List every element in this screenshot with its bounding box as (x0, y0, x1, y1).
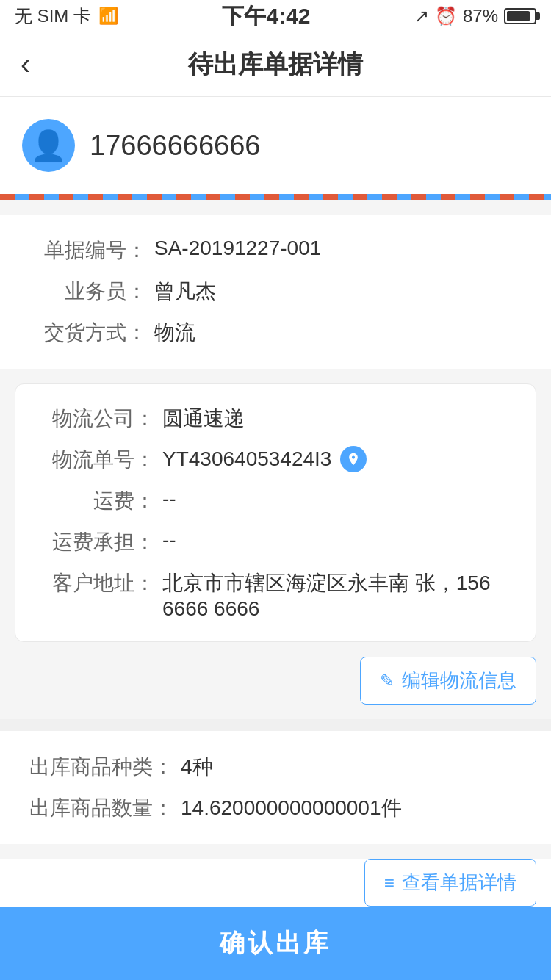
logistics-card: 物流公司： 圆通速递 物流单号： YT43064053424I3 运费： -- … (15, 383, 536, 642)
page-title: 待出库单据详情 (188, 48, 363, 82)
status-bar: 无 SIM 卡 📶 下午4:42 ↗ ⏰ 87% (0, 0, 551, 32)
product-type-value: 4种 (181, 753, 522, 781)
product-quantity-row: 出库商品数量： 14.620000000000001件 (29, 794, 522, 822)
logistics-freight-value: -- (162, 487, 514, 511)
battery-fill (507, 11, 530, 21)
battery-icon (504, 8, 536, 24)
summary-section: 出库商品种类： 4种 出库商品数量： 14.620000000000001件 (0, 731, 551, 844)
product-quantity-value: 14.620000000000001件 (181, 794, 522, 822)
location-button[interactable] (340, 446, 367, 472)
order-number-value: SA-20191227-001 (154, 237, 522, 260)
logistics-freightbear-label: 运费承担： (37, 528, 155, 556)
dashed-divider (0, 194, 551, 200)
staff-value: 曾凡杰 (154, 278, 522, 306)
logistics-address-label: 客户地址： (37, 569, 155, 597)
staff-row: 业务员： 曾凡杰 (29, 278, 522, 306)
map-pin-icon (346, 452, 361, 466)
edit-logistics-button[interactable]: ✎ 编辑物流信息 (360, 657, 536, 705)
detail-button-label: 查看单据详情 (402, 870, 516, 896)
delivery-row: 交货方式： 物流 (29, 319, 522, 347)
logistics-freight-label: 运费： (37, 487, 155, 515)
user-icon: 👤 (30, 129, 67, 163)
status-time: 下午4:42 (222, 1, 310, 32)
back-button[interactable]: ‹ (21, 48, 30, 81)
user-phone: 17666666666 (90, 130, 260, 162)
logistics-tracking-label: 物流单号： (37, 446, 155, 474)
logistics-company-label: 物流公司： (37, 405, 155, 433)
logistics-company-row: 物流公司： 圆通速递 (37, 405, 514, 433)
content: 👤 17666666666 单据编号： SA-20191227-001 业务员：… (0, 97, 551, 980)
order-info-section: 单据编号： SA-20191227-001 业务员： 曾凡杰 交货方式： 物流 (0, 215, 551, 369)
user-card: 👤 17666666666 (0, 97, 551, 194)
status-left: 无 SIM 卡 📶 (15, 4, 118, 28)
carrier-text: 无 SIM 卡 (15, 4, 91, 28)
gps-icon: ↗ (414, 6, 429, 26)
logistics-tracking-row: 物流单号： YT43064053424I3 (37, 446, 514, 474)
nav-bar: ‹ 待出库单据详情 (0, 32, 551, 97)
order-number-row: 单据编号： SA-20191227-001 (29, 237, 522, 264)
battery-percent: 87% (463, 6, 498, 26)
detail-icon: ≡ (384, 873, 395, 893)
edit-button-label: 编辑物流信息 (402, 668, 516, 693)
alarm-icon: ⏰ (435, 6, 457, 26)
staff-label: 业务员： (29, 278, 147, 306)
logistics-address-row: 客户地址： 北京市市辖区海淀区永丰南 张，156 6666 6666 (37, 569, 514, 621)
view-detail-button[interactable]: ≡ 查看单据详情 (364, 859, 536, 907)
confirm-bar[interactable]: 确认出库 (0, 907, 551, 980)
logistics-freight-row: 运费： -- (37, 487, 514, 515)
product-type-label: 出库商品种类： (29, 753, 173, 781)
edit-btn-row: ✎ 编辑物流信息 (0, 657, 551, 719)
avatar: 👤 (22, 119, 75, 172)
delivery-label: 交货方式： (29, 319, 147, 347)
edit-icon: ✎ (380, 671, 395, 691)
logistics-freightbear-value: -- (162, 528, 514, 552)
delivery-value: 物流 (154, 319, 522, 347)
logistics-freightbear-row: 运费承担： -- (37, 528, 514, 556)
product-type-row: 出库商品种类： 4种 (29, 753, 522, 781)
logistics-address-value: 北京市市辖区海淀区永丰南 张，156 6666 6666 (162, 569, 514, 621)
confirm-button-label: 确认出库 (220, 926, 331, 960)
logistics-tracking-value: YT43064053424I3 (162, 446, 514, 472)
logistics-company-value: 圆通速递 (162, 405, 514, 433)
section-divider (0, 719, 551, 731)
wifi-icon: 📶 (98, 7, 118, 26)
status-right: ↗ ⏰ 87% (414, 6, 536, 26)
order-number-label: 单据编号： (29, 237, 147, 264)
product-quantity-label: 出库商品数量： (29, 794, 173, 822)
